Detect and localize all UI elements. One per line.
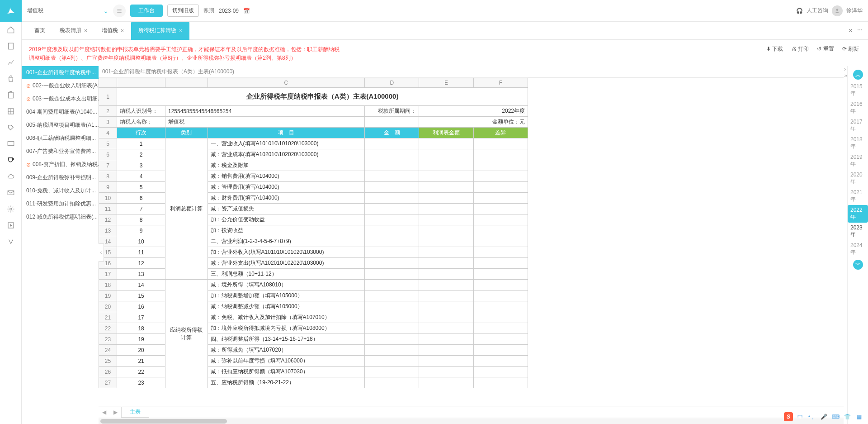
- cell-amount[interactable]: [365, 138, 419, 149]
- year-chip[interactable]: 2021年: [848, 187, 868, 205]
- year-chip[interactable]: 2015年: [848, 81, 868, 99]
- cell-pl[interactable]: [419, 367, 473, 377]
- year-chip[interactable]: 2016年: [848, 99, 868, 117]
- sheet-next-icon[interactable]: ▶: [110, 409, 121, 415]
- cell-amount[interactable]: [365, 291, 419, 301]
- cell-pl[interactable]: [419, 334, 473, 345]
- company-selector[interactable]: 增值税 ⌄: [27, 7, 108, 14]
- nav-mail-icon[interactable]: [0, 185, 22, 201]
- cell-pl[interactable]: [419, 149, 473, 160]
- cell-pl[interactable]: [419, 377, 473, 388]
- cell-pl[interactable]: [419, 280, 473, 291]
- cell-diff[interactable]: [473, 291, 528, 301]
- cell-pl[interactable]: [419, 204, 473, 214]
- cell-pl[interactable]: [419, 182, 473, 193]
- ime-tools-icon[interactable]: ▦: [854, 412, 863, 421]
- cell-pl[interactable]: [419, 214, 473, 225]
- cell-pl[interactable]: [419, 138, 473, 149]
- nav-chart-icon[interactable]: [0, 54, 22, 71]
- cell-diff[interactable]: [473, 301, 528, 312]
- tree-item[interactable]: 005-纳税调整项目明细表(A1...: [22, 119, 99, 132]
- cell-diff[interactable]: [473, 280, 528, 291]
- cell-amount[interactable]: [365, 377, 419, 388]
- collapse-tree-handle[interactable]: ‹: [99, 243, 104, 262]
- sheet-prev-icon[interactable]: ◀: [99, 409, 110, 415]
- tree-item[interactable]: 006-职工薪酬纳税调整明细...: [22, 132, 99, 145]
- cell-amount[interactable]: [365, 367, 419, 377]
- close-icon[interactable]: ×: [121, 28, 124, 34]
- close-all-icon[interactable]: ×: [849, 27, 853, 35]
- period-value[interactable]: 2023-09: [219, 8, 239, 14]
- cell-amount[interactable]: [365, 356, 419, 367]
- year-down-icon[interactable]: ︾: [853, 260, 863, 270]
- cell-pl[interactable]: [419, 291, 473, 301]
- tree-item[interactable]: 007-广告费和业务宣传费跨...: [22, 145, 99, 158]
- tree-item[interactable]: 010-免税、减计收入及加计...: [22, 184, 99, 197]
- cell-amount[interactable]: [365, 149, 419, 160]
- year-chip[interactable]: 2024年: [848, 240, 868, 258]
- cell-pl[interactable]: [419, 258, 473, 269]
- download-button[interactable]: ⬇ 下载: [766, 45, 783, 53]
- cell-amount[interactable]: [365, 236, 419, 247]
- nav-screen-icon[interactable]: [0, 136, 22, 152]
- cell-pl[interactable]: [419, 312, 473, 323]
- cell-amount[interactable]: [365, 323, 419, 334]
- close-icon[interactable]: ×: [179, 28, 182, 34]
- cell-amount[interactable]: [365, 247, 419, 258]
- cell-amount[interactable]: [365, 214, 419, 225]
- app-logo[interactable]: [0, 0, 22, 22]
- cell-diff[interactable]: [473, 138, 528, 149]
- cell-diff[interactable]: [473, 225, 528, 236]
- cell-diff[interactable]: [473, 193, 528, 204]
- tree-item[interactable]: 011-研发费用加计扣除优惠...: [22, 197, 99, 210]
- tab-vat[interactable]: 增值税×: [94, 22, 131, 40]
- tree-item[interactable]: 009-企业所得税弥补亏损明...: [22, 171, 99, 184]
- tab-home[interactable]: 首页: [27, 22, 52, 40]
- horizontal-scrollbar[interactable]: [99, 418, 844, 424]
- scroll-right-more-icon[interactable]: »: [844, 72, 847, 79]
- reset-button[interactable]: ↺ 重置: [817, 45, 834, 53]
- close-icon[interactable]: ×: [84, 28, 87, 34]
- cell-pl[interactable]: [419, 323, 473, 334]
- ime-keyboard-icon[interactable]: ⌨: [831, 412, 840, 421]
- year-chip[interactable]: 2017年: [848, 117, 868, 134]
- year-chip[interactable]: 2020年: [848, 170, 868, 187]
- cell-amount[interactable]: [365, 160, 419, 171]
- tree-item[interactable]: ⊘008-资产折旧、摊销及纳税...: [22, 158, 99, 171]
- cell-amount[interactable]: [365, 225, 419, 236]
- ime-lang[interactable]: 中: [796, 412, 805, 421]
- print-button[interactable]: 🖨 打印: [791, 45, 809, 53]
- cell-diff[interactable]: [473, 334, 528, 345]
- cell-diff[interactable]: [473, 247, 528, 258]
- cell-diff[interactable]: [473, 367, 528, 377]
- nav-v-icon[interactable]: [0, 233, 22, 250]
- cell-diff[interactable]: [473, 204, 528, 214]
- cell-amount[interactable]: [365, 345, 419, 356]
- cell-diff[interactable]: [473, 269, 528, 280]
- cell-amount[interactable]: [365, 258, 419, 269]
- cell-diff[interactable]: [473, 377, 528, 388]
- cell-diff[interactable]: [473, 258, 528, 269]
- cell-pl[interactable]: [419, 225, 473, 236]
- cell-diff[interactable]: [473, 182, 528, 193]
- cell-amount[interactable]: [365, 171, 419, 182]
- ime-mic-icon[interactable]: 🎤: [819, 412, 828, 421]
- support-icon[interactable]: 🎧: [796, 8, 803, 14]
- cell-diff[interactable]: [473, 171, 528, 182]
- cell-pl[interactable]: [419, 247, 473, 258]
- refresh-button[interactable]: ⟳ 刷新: [842, 45, 859, 53]
- nav-gear-icon[interactable]: [0, 201, 22, 217]
- cell-pl[interactable]: [419, 171, 473, 182]
- cell-diff[interactable]: [473, 236, 528, 247]
- tree-item[interactable]: 001-企业所得税年度纳税申...: [22, 66, 99, 79]
- nav-home-icon[interactable]: [0, 22, 22, 38]
- cell-diff[interactable]: [473, 214, 528, 225]
- calendar-icon[interactable]: 📅: [243, 8, 250, 14]
- nav-play-icon[interactable]: [0, 217, 22, 233]
- more-icon[interactable]: ⋯: [857, 27, 863, 35]
- cell-pl[interactable]: [419, 160, 473, 171]
- tree-item[interactable]: ⊘002-一般企业收入明细表(A1...: [22, 79, 99, 92]
- cell-diff[interactable]: [473, 312, 528, 323]
- cell-pl[interactable]: [419, 345, 473, 356]
- cell-pl[interactable]: [419, 269, 473, 280]
